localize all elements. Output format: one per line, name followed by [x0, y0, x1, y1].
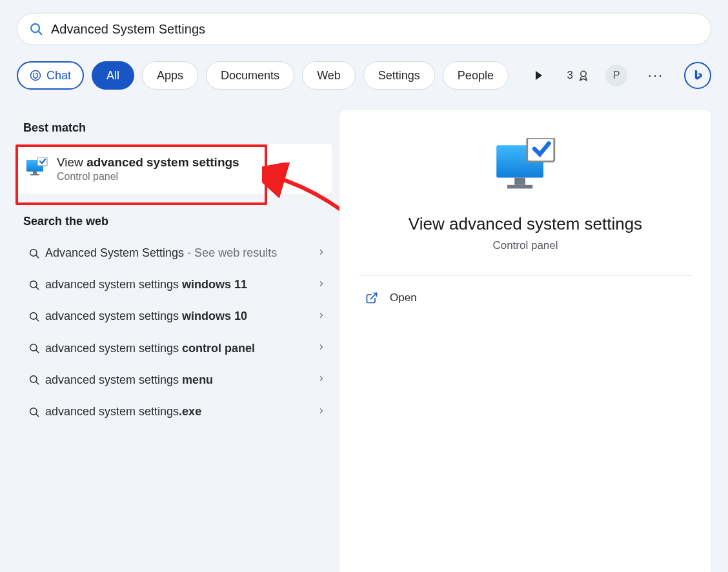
best-match-header: Best match	[23, 121, 332, 135]
svg-line-1	[39, 32, 42, 35]
chevron-right-icon	[318, 279, 325, 291]
monitor-check-icon	[26, 157, 48, 181]
chevron-right-icon	[318, 373, 325, 386]
open-action[interactable]: Open	[339, 276, 711, 320]
search-icon	[23, 311, 45, 322]
svg-rect-7	[30, 174, 39, 175]
web-result-text: advanced system settings.exe	[45, 404, 325, 420]
filter-documents[interactable]: Documents	[206, 61, 294, 90]
filter-all[interactable]: All	[92, 61, 134, 90]
svg-line-10	[36, 255, 39, 258]
open-icon	[365, 291, 378, 304]
svg-rect-6	[33, 172, 37, 174]
chat-button[interactable]: Chat	[17, 61, 84, 90]
svg-rect-22	[514, 178, 525, 185]
filter-web[interactable]: Web	[302, 61, 356, 90]
svg-line-18	[36, 382, 39, 384]
web-result-2[interactable]: advanced system settings windows 10	[17, 301, 332, 332]
web-result-text: advanced system settings windows 10	[45, 308, 325, 324]
chevron-right-icon	[318, 310, 325, 323]
rewards-badge[interactable]: 3	[567, 69, 590, 82]
search-icon	[23, 248, 45, 259]
rewards-count: 3	[567, 69, 573, 82]
bing-button[interactable]	[684, 62, 711, 89]
svg-line-12	[36, 287, 39, 290]
web-result-5[interactable]: advanced system settings.exe	[17, 396, 332, 428]
web-result-text: advanced system settings windows 11	[45, 277, 325, 293]
search-input[interactable]	[51, 22, 699, 37]
detail-subtitle: Control panel	[339, 239, 711, 252]
best-match-title: View advanced system settings	[57, 155, 239, 170]
open-label: Open	[390, 291, 417, 304]
detail-monitor-check-icon	[494, 138, 556, 195]
filter-row: Chat AllAppsDocumentsWebSettingsPeople 3…	[17, 61, 711, 90]
svg-line-20	[36, 414, 39, 417]
search-icon	[29, 22, 43, 36]
web-result-text: advanced system settings control panel	[45, 340, 325, 357]
search-web-header: Search the web	[23, 215, 332, 228]
web-result-0[interactable]: Advanced System Settings - See web resul…	[17, 237, 332, 269]
chevron-right-icon	[318, 342, 325, 355]
best-match-subtitle: Control panel	[57, 171, 239, 182]
best-match-result[interactable]: View advanced system settings Control pa…	[17, 144, 332, 194]
web-result-3[interactable]: advanced system settings control panel	[17, 333, 332, 364]
detail-panel: View advanced system settings Control pa…	[339, 110, 711, 572]
medal-icon	[577, 69, 590, 82]
svg-point-3	[581, 71, 586, 76]
chevron-right-icon	[318, 406, 325, 419]
svg-line-16	[36, 350, 39, 353]
bing-icon	[691, 69, 704, 82]
web-result-text: advanced system settings menu	[45, 372, 325, 388]
search-bar[interactable]	[17, 13, 711, 45]
avatar[interactable]: P	[605, 64, 627, 86]
svg-rect-8	[37, 157, 47, 166]
filter-settings[interactable]: Settings	[363, 61, 435, 90]
search-icon	[23, 279, 45, 291]
svg-line-14	[36, 319, 39, 321]
web-result-4[interactable]: advanced system settings menu	[17, 364, 332, 396]
search-icon	[23, 406, 45, 418]
chat-label: Chat	[46, 69, 71, 83]
detail-title: View advanced system settings	[339, 214, 711, 234]
avatar-letter: P	[613, 70, 620, 81]
svg-rect-23	[507, 185, 532, 189]
search-icon	[23, 374, 45, 386]
bing-chat-icon	[30, 70, 41, 81]
web-result-1[interactable]: advanced system settings windows 11	[17, 269, 332, 301]
filter-people[interactable]: People	[443, 61, 509, 90]
filter-apps[interactable]: Apps	[142, 61, 198, 90]
web-result-text: Advanced System Settings - See web resul…	[45, 245, 325, 261]
play-icon[interactable]	[526, 63, 552, 88]
ellipsis-icon: ···	[648, 67, 663, 84]
search-icon	[23, 342, 45, 354]
more-menu-button[interactable]: ···	[643, 63, 669, 88]
chevron-right-icon	[318, 247, 325, 260]
svg-rect-24	[527, 138, 554, 161]
